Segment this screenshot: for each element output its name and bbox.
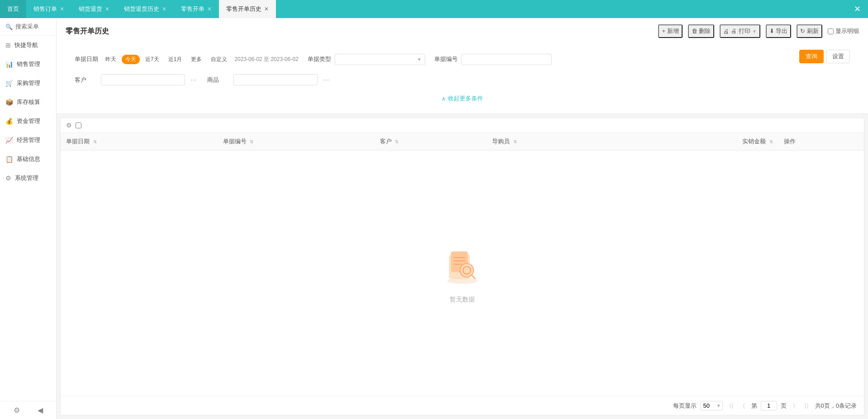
customer-input[interactable] — [101, 74, 185, 85]
product-input[interactable] — [233, 74, 318, 85]
tab-retail-history[interactable]: 零售开单历史 ✕ — [219, 0, 276, 18]
close-tab-retail-open[interactable]: ✕ — [207, 6, 212, 12]
date-opt-custom[interactable]: 自定义 — [207, 55, 231, 64]
date-opt-7days[interactable]: 近7天 — [142, 55, 163, 64]
doc-type-filter-field: 单据类型 ▼ — [308, 54, 425, 65]
page-title: 零售开单历史 — [66, 27, 109, 36]
settings-bottom-icon[interactable]: ⚙ — [14, 406, 20, 414]
sort-salesperson-icon[interactable]: ⇅ — [513, 139, 517, 144]
page-header: 零售开单历史 + 新增 🗑 删除 🖨 🖨 打印 ▼ ⬇ 导出 ↻ 刷新 显示明细 — [57, 18, 868, 114]
col-header-salesperson: 导购员 ⇅ — [487, 133, 621, 151]
export-button[interactable]: ⬇ 导出 — [766, 24, 792, 38]
refresh-button[interactable]: ↻ 刷新 — [797, 24, 822, 38]
product-ellipsis-btn[interactable]: ··· — [321, 75, 331, 85]
sort-num-icon[interactable]: ⇅ — [250, 139, 253, 144]
customer-filter-field: 客户 ··· — [75, 74, 198, 85]
tab-sales-order[interactable]: 销售订单 ✕ — [26, 0, 71, 18]
sidebar-label-basic-info: 基础信息 — [17, 155, 40, 163]
next-page-btn[interactable]: ⟩ — [790, 401, 798, 410]
col-header-date: 单据日期 ⇅ — [61, 133, 218, 151]
product-filter-field: 商品 ··· — [207, 74, 331, 85]
sys-mgmt-icon: ⚙ — [5, 174, 11, 182]
main-layout: 🔍 搜索采单 ⊞ 快捷导航 📊 销售管理 🛒 采购管理 📦 库存核算 💰 资金管… — [0, 18, 868, 419]
col-header-num: 单据编号 ⇅ — [218, 133, 375, 151]
show-detail-checkbox[interactable] — [828, 28, 834, 34]
print-icon: 🖨 — [723, 28, 729, 35]
table-settings-icon[interactable]: ⚙ — [66, 122, 72, 129]
sidebar-label-finance: 资金管理 — [17, 117, 40, 125]
sidebar-label-sales-mgmt: 销售管理 — [17, 60, 40, 68]
sidebar-item-finance[interactable]: 💰 资金管理 — [0, 112, 56, 131]
doc-type-label: 单据类型 — [308, 55, 331, 63]
top-nav: 首页 销售订单 ✕ 销货退货 ✕ 销货退货历史 ✕ 零售开单 ✕ 零售开单历史 … — [0, 0, 868, 18]
add-button[interactable]: + 新增 — [658, 24, 682, 38]
sidebar-label-purchase-mgmt: 采购管理 — [17, 79, 40, 87]
close-tab-retail-history[interactable]: ✕ — [264, 6, 269, 12]
sidebar-item-operations[interactable]: 📈 经营管理 — [0, 131, 56, 150]
close-tab-sales-return[interactable]: ✕ — [105, 6, 109, 12]
sort-amount-icon[interactable]: ⇅ — [769, 139, 773, 144]
doc-num-input[interactable] — [461, 54, 552, 65]
customer-ellipsis-btn[interactable]: ··· — [189, 75, 198, 85]
finance-icon: 💰 — [5, 118, 13, 125]
sidebar-label-sys-mgmt: 系统管理 — [15, 174, 38, 182]
content-area: 零售开单历史 + 新增 🗑 删除 🖨 🖨 打印 ▼ ⬇ 导出 ↻ 刷新 显示明细 — [57, 18, 868, 419]
inventory-icon: 📦 — [5, 99, 13, 106]
collapse-button[interactable]: ∧ 收起更多条件 — [441, 94, 483, 103]
data-table: 单据日期 ⇅ 单据编号 ⇅ 客户 ⇅ 导购员 ⇅ — [61, 133, 864, 151]
show-detail-label: 显示明细 — [835, 27, 859, 35]
doc-num-filter-field: 单据编号 — [434, 54, 552, 65]
sort-date-icon[interactable]: ⇅ — [93, 139, 97, 144]
page-size-select[interactable]: 50 100 200 — [700, 401, 723, 410]
prev-page-btn[interactable]: ⟨ — [740, 401, 748, 410]
collapse-row: ∧ 收起更多条件 — [75, 91, 850, 108]
close-tab-sales-order[interactable]: ✕ — [60, 6, 64, 12]
close-window-icon[interactable]: ✕ — [854, 4, 861, 14]
sidebar-item-sales-mgmt[interactable]: 📊 销售管理 — [0, 55, 56, 74]
doc-type-select[interactable] — [335, 54, 425, 65]
sidebar-item-sys-mgmt[interactable]: ⚙ 系统管理 — [0, 169, 56, 188]
last-page-btn[interactable]: ⟩⟩ — [802, 401, 811, 410]
action-buttons: 查询 设置 — [799, 50, 850, 69]
collapse-label: 收起更多条件 — [448, 94, 483, 103]
sidebar-label-quick-nav: 快捷导航 — [14, 41, 38, 49]
page-label: 第 — [751, 402, 757, 410]
customer-label: 客户 — [75, 76, 97, 84]
filter-area: 单据日期 昨天 今天 近7天 近1月 更多 自定义 2023-06-02 至 2… — [66, 44, 859, 113]
collapse-chevron-icon: ∧ — [441, 95, 446, 102]
print-dropdown-icon[interactable]: ▼ — [752, 29, 757, 34]
tab-sales-return-history[interactable]: 销货退货历史 ✕ — [117, 0, 174, 18]
show-detail-toggle[interactable]: 显示明细 — [828, 27, 859, 35]
date-opt-more[interactable]: 更多 — [187, 55, 205, 64]
sidebar-item-purchase-mgmt[interactable]: 🛒 采购管理 — [0, 74, 56, 93]
tab-sales-return[interactable]: 销货退货 ✕ — [71, 0, 117, 18]
table-container: ⚙ 单据日期 ⇅ 单据编号 ⇅ 客户 — [60, 118, 864, 415]
sidebar-item-inventory[interactable]: 📦 库存核算 — [0, 93, 56, 112]
date-opt-today[interactable]: 今天 — [122, 55, 140, 64]
svg-line-8 — [472, 275, 475, 278]
date-opt-1month[interactable]: 近1月 — [165, 55, 186, 64]
sidebar-search[interactable]: 🔍 搜索采单 — [0, 18, 56, 36]
collapse-sidebar-icon[interactable]: ◀ — [38, 406, 43, 414]
tab-home[interactable]: 首页 — [0, 0, 26, 18]
toolbar: + 新增 🗑 删除 🖨 🖨 打印 ▼ ⬇ 导出 ↻ 刷新 显示明细 — [658, 24, 859, 38]
filter-row-2: 客户 ··· 商品 ··· — [75, 74, 850, 85]
sidebar-item-basic-info[interactable]: 📋 基础信息 — [0, 150, 56, 169]
delete-button[interactable]: 🗑 删除 — [688, 24, 715, 38]
settings-filter-button[interactable]: 设置 — [826, 50, 850, 63]
query-button[interactable]: 查询 — [799, 50, 824, 63]
tab-retail-open[interactable]: 零售开单 ✕ — [174, 0, 219, 18]
col-header-customer: 客户 ⇅ — [375, 133, 487, 151]
date-opt-yesterday[interactable]: 昨天 — [102, 55, 120, 64]
select-all-checkbox[interactable] — [76, 122, 81, 128]
pagination: 每页显示 50 100 200 ▼ ⟨⟨ ⟨ 第 页 ⟩ ⟩⟩ 共0页，0条记录 — [61, 396, 864, 415]
filter-row-1: 单据日期 昨天 今天 近7天 近1月 更多 自定义 2023-06-02 至 2… — [75, 50, 850, 69]
page-number-input[interactable] — [761, 401, 777, 410]
first-page-btn[interactable]: ⟨⟨ — [726, 401, 736, 410]
print-button[interactable]: 🖨 🖨 打印 ▼ — [720, 24, 760, 38]
date-range-display: 2023-06-02 至 2023-06-02 — [234, 56, 298, 63]
close-tab-sales-return-history[interactable]: ✕ — [162, 6, 166, 12]
operations-icon: 📈 — [5, 137, 13, 144]
sidebar-item-quick-nav[interactable]: ⊞ 快捷导航 — [0, 36, 56, 55]
sort-customer-icon[interactable]: ⇅ — [395, 139, 398, 144]
